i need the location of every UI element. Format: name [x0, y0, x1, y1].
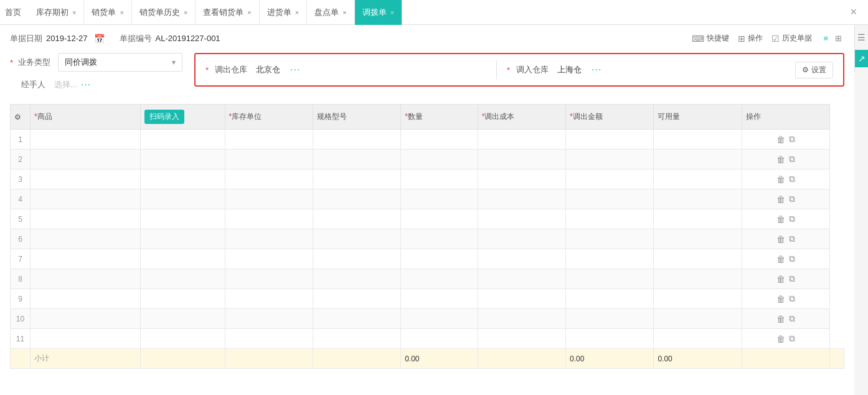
close-icon[interactable]: × — [342, 9, 346, 16]
calendar-icon[interactable]: 📅 — [94, 34, 105, 44]
shortcut-button[interactable]: ⌨ 快捷键 — [692, 33, 729, 44]
unit-cell[interactable] — [225, 269, 313, 289]
amount-cell[interactable] — [566, 209, 654, 229]
tab-purchase-order[interactable]: 进货单 × — [260, 0, 307, 25]
spec-cell[interactable] — [313, 209, 400, 229]
copy-icon[interactable]: ⧉ — [789, 194, 795, 204]
unit-cell[interactable] — [225, 289, 313, 309]
product-cell[interactable] — [31, 249, 141, 269]
close-icon[interactable]: × — [184, 9, 187, 16]
operation-button[interactable]: ⊞ 操作 — [738, 33, 763, 44]
delete-icon[interactable]: 🗑 — [776, 334, 785, 344]
amount-cell[interactable] — [566, 269, 654, 289]
grid-tile-icon[interactable]: ⊞ — [833, 32, 844, 44]
cost-cell[interactable] — [478, 269, 565, 289]
cost-cell[interactable] — [478, 309, 565, 329]
col-scan-header[interactable]: 扫码录入 — [140, 105, 225, 130]
cost-cell[interactable] — [478, 130, 565, 150]
amount-cell[interactable] — [566, 249, 654, 269]
close-all-button[interactable]: × — [844, 6, 863, 19]
spec-cell[interactable] — [313, 150, 400, 169]
product-cell[interactable] — [31, 269, 141, 289]
unit-cell[interactable] — [225, 329, 313, 349]
amount-cell[interactable] — [566, 229, 654, 249]
tab-sales-order[interactable]: 销货单 × — [84, 0, 131, 25]
delete-icon[interactable]: 🗑 — [776, 254, 785, 264]
delete-icon[interactable]: 🗑 — [776, 314, 785, 324]
qty-cell[interactable] — [401, 269, 478, 289]
spec-cell[interactable] — [313, 289, 400, 309]
amount-cell[interactable] — [566, 289, 654, 309]
spec-cell[interactable] — [313, 130, 400, 150]
cost-cell[interactable] — [478, 189, 565, 209]
product-cell[interactable] — [31, 150, 141, 169]
unit-cell[interactable] — [225, 169, 313, 189]
amount-cell[interactable] — [566, 309, 654, 329]
delete-icon[interactable]: 🗑 — [776, 214, 785, 224]
tab-view-sales[interactable]: 查看销货单 × — [196, 0, 259, 25]
close-icon[interactable]: × — [295, 9, 299, 16]
amount-cell[interactable] — [566, 329, 654, 349]
delete-icon[interactable]: 🗑 — [776, 194, 785, 204]
tab-sales-history[interactable]: 销货单历史 × — [132, 0, 196, 25]
unit-cell[interactable] — [225, 309, 313, 329]
grid-list-icon[interactable]: ≡ — [821, 32, 831, 44]
delete-icon[interactable]: 🗑 — [776, 294, 785, 304]
copy-icon[interactable]: ⧉ — [789, 333, 795, 344]
out-warehouse-more-icon[interactable]: ··· — [290, 64, 300, 75]
qty-cell[interactable] — [401, 169, 478, 189]
qty-cell[interactable] — [401, 249, 478, 269]
in-warehouse-more-icon[interactable]: ··· — [592, 64, 601, 75]
amount-cell[interactable] — [566, 169, 654, 189]
cost-cell[interactable] — [478, 329, 565, 349]
product-cell[interactable] — [31, 130, 141, 150]
unit-cell[interactable] — [225, 150, 313, 169]
tab-inventory-init[interactable]: 库存期初 × — [29, 0, 84, 25]
scan-entry-button[interactable]: 扫码录入 — [144, 110, 184, 124]
history-button[interactable]: ☑ 历史单据 — [771, 33, 812, 44]
product-cell[interactable] — [31, 169, 141, 189]
product-cell[interactable] — [31, 209, 141, 229]
copy-icon[interactable]: ⧉ — [789, 234, 795, 244]
cost-cell[interactable] — [478, 229, 565, 249]
amount-cell[interactable] — [566, 130, 654, 150]
delete-icon[interactable]: 🗑 — [776, 274, 785, 284]
delete-icon[interactable]: 🗑 — [776, 234, 785, 244]
cost-cell[interactable] — [478, 169, 565, 189]
delete-icon[interactable]: 🗑 — [776, 174, 785, 184]
cost-cell[interactable] — [478, 249, 565, 269]
amount-cell[interactable] — [566, 189, 654, 209]
cost-cell[interactable] — [478, 150, 565, 169]
handler-input[interactable]: 选择... — [54, 79, 77, 90]
unit-cell[interactable] — [225, 249, 313, 269]
qty-cell[interactable] — [401, 309, 478, 329]
spec-cell[interactable] — [313, 229, 400, 249]
close-icon[interactable]: × — [390, 9, 394, 16]
qty-cell[interactable] — [401, 130, 478, 150]
settings-button[interactable]: ⚙ 设置 — [795, 62, 833, 79]
unit-cell[interactable] — [225, 130, 313, 150]
qty-cell[interactable] — [401, 150, 478, 169]
copy-icon[interactable]: ⧉ — [789, 154, 795, 164]
delete-icon[interactable]: 🗑 — [776, 155, 785, 164]
copy-icon[interactable]: ⧉ — [789, 174, 795, 184]
product-cell[interactable] — [31, 289, 141, 309]
tab-home[interactable]: 首页 — [5, 0, 29, 25]
unit-cell[interactable] — [225, 209, 313, 229]
qty-cell[interactable] — [401, 289, 478, 309]
amount-cell[interactable] — [566, 150, 654, 169]
product-cell[interactable] — [31, 309, 141, 329]
qty-cell[interactable] — [401, 229, 478, 249]
tab-transfer-order[interactable]: 调拨单 × — [355, 0, 402, 25]
cost-cell[interactable] — [478, 289, 565, 309]
close-icon[interactable]: × — [120, 9, 123, 16]
spec-cell[interactable] — [313, 309, 400, 329]
spec-cell[interactable] — [313, 269, 400, 289]
product-cell[interactable] — [31, 329, 141, 349]
business-type-select[interactable]: 同价调拨 ▾ — [58, 53, 182, 72]
qty-cell[interactable] — [401, 189, 478, 209]
close-icon[interactable]: × — [247, 9, 251, 16]
spec-cell[interactable] — [313, 169, 400, 189]
col-settings-header[interactable]: ⚙ — [11, 105, 31, 130]
spec-cell[interactable] — [313, 189, 400, 209]
